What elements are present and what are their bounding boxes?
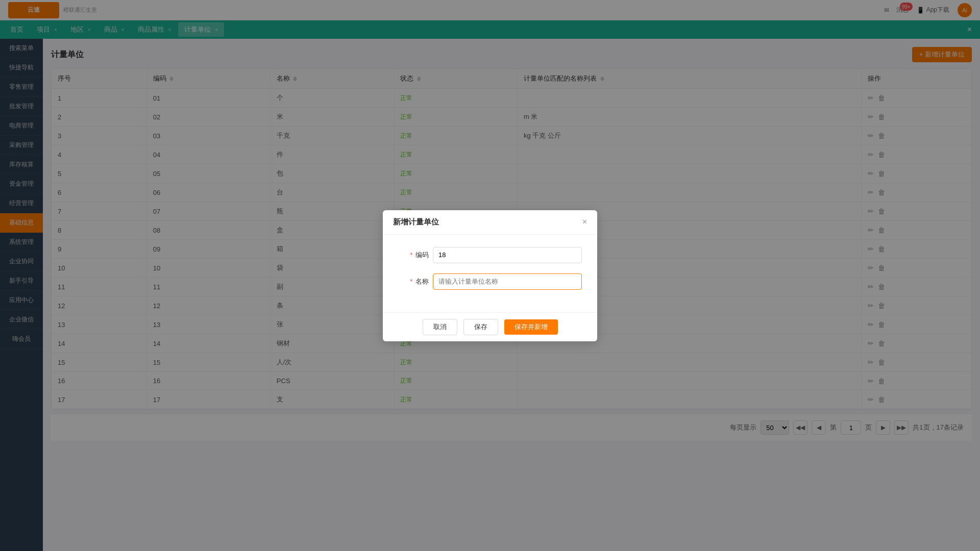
- form-row-name: * 名称: [398, 273, 582, 290]
- name-input[interactable]: [433, 273, 582, 290]
- modal-header: 新增计量单位 ×: [383, 210, 597, 235]
- code-input[interactable]: [433, 247, 582, 263]
- modal-close-btn[interactable]: ×: [582, 217, 587, 227]
- add-unit-modal: 新增计量单位 × * 编码 * 名称 取消 保存 保存并新增: [383, 210, 597, 341]
- form-row-code: * 编码: [398, 247, 582, 263]
- cancel-button[interactable]: 取消: [423, 319, 457, 335]
- save-button[interactable]: 保存: [463, 319, 498, 335]
- modal-overlay[interactable]: 新增计量单位 × * 编码 * 名称 取消 保存 保存并新增: [0, 0, 980, 551]
- required-star: *: [410, 251, 412, 259]
- code-label: * 编码: [398, 251, 429, 260]
- required-star: *: [410, 278, 412, 285]
- modal-title: 新增计量单位: [393, 217, 439, 227]
- modal-body: * 编码 * 名称: [383, 235, 597, 312]
- modal-footer: 取消 保存 保存并新增: [383, 312, 597, 341]
- name-label: * 名称: [398, 277, 429, 286]
- save-and-new-button[interactable]: 保存并新增: [504, 319, 558, 335]
